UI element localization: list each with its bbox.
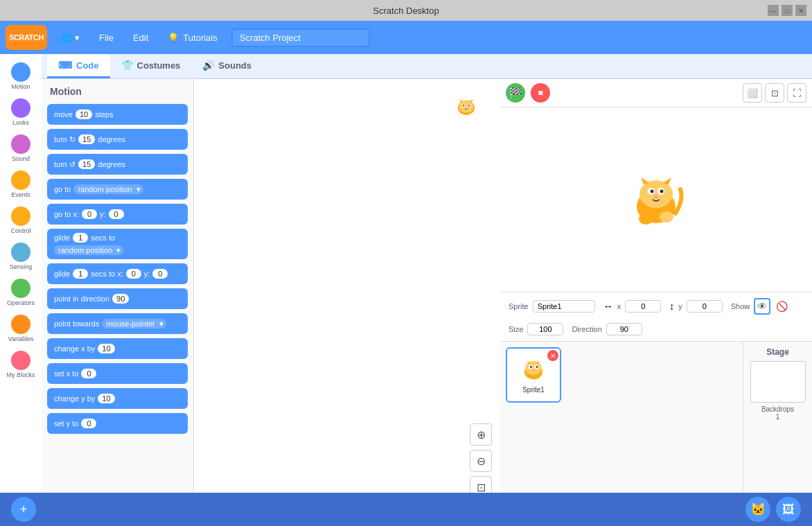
- script-area[interactable]: ⊕ ⊖ ⊡: [194, 79, 500, 526]
- direction-group: Direction: [572, 323, 642, 335]
- category-sensing-label: Sensing: [10, 263, 33, 270]
- category-looks-label: Looks: [12, 119, 29, 126]
- add-sprite-button[interactable]: 🐱: [745, 497, 770, 522]
- x-position-group: ↔ x: [603, 300, 662, 313]
- globe-arrow-icon: ▾: [75, 33, 80, 43]
- file-menu[interactable]: File: [94, 30, 119, 46]
- tab-code[interactable]: ⌨ Code: [47, 54, 110, 78]
- sprite-delete-button[interactable]: ✕: [547, 350, 558, 361]
- category-variables-label: Variables: [8, 335, 34, 342]
- zoom-in-button[interactable]: ⊕: [470, 423, 492, 446]
- show-buttons: 👁 🚫: [754, 298, 790, 315]
- block-change-y[interactable]: change y by 10: [47, 388, 188, 409]
- stage-view-large-button[interactable]: ⊡: [765, 83, 784, 103]
- sprite-name-input[interactable]: [533, 300, 595, 313]
- block-glide1[interactable]: glide 1 secs to random position: [47, 229, 188, 259]
- block-set-x[interactable]: set x to 0: [47, 363, 188, 384]
- blocks-list: move 10 steps turn ↻ 15 degrees turn ↺ 1…: [42, 101, 193, 526]
- sensing-dot: [11, 243, 30, 262]
- stage-view-full-button[interactable]: ⛶: [787, 83, 806, 103]
- titlebar-title: Scratch Desktop: [373, 6, 439, 16]
- block-glide2[interactable]: glide 1 secs to x: 0 y: 0: [47, 263, 188, 284]
- add-extension-button[interactable]: +: [11, 497, 36, 522]
- edit-menu[interactable]: Edit: [127, 30, 154, 46]
- category-sound[interactable]: Sound: [1, 132, 40, 165]
- block-point-direction[interactable]: point in direction 90: [47, 288, 188, 309]
- costumes-tab-icon: 👕: [121, 60, 133, 71]
- category-control[interactable]: Control: [1, 204, 40, 237]
- blocks-header: Motion: [42, 79, 193, 101]
- script-canvas: [194, 79, 500, 526]
- maximize-button[interactable]: □: [782, 5, 793, 16]
- stage-area: 🏁 ■ ⬜ ⊡ ⛶: [500, 79, 812, 526]
- stop-button[interactable]: ■: [531, 83, 550, 103]
- events-dot: [11, 170, 30, 190]
- looks-dot: [11, 98, 30, 118]
- svg-point-17: [639, 213, 653, 225]
- stage-header: 🏁 ■ ⬜ ⊡ ⛶: [500, 79, 812, 107]
- block-turn-ccw[interactable]: turn ↺ 15 degrees: [47, 154, 188, 175]
- stage-view-normal-button[interactable]: ⬜: [743, 83, 762, 103]
- block-move[interactable]: move 10 steps: [47, 104, 188, 125]
- categories-sidebar: Motion Looks Sound Events Control Sensin…: [0, 54, 42, 526]
- variables-dot: [11, 315, 30, 334]
- block-turn-cw[interactable]: turn ↻ 15 degrees: [47, 129, 188, 150]
- category-myblocks[interactable]: My Blocks: [1, 348, 40, 381]
- category-events-label: Events: [11, 191, 30, 198]
- minimize-button[interactable]: —: [768, 5, 779, 16]
- category-operators[interactable]: Operators: [1, 276, 40, 309]
- sprite-label: Sprite: [509, 302, 529, 310]
- add-backdrop-button[interactable]: 🖼: [776, 497, 801, 522]
- tutorials-icon: 💡: [168, 33, 179, 43]
- scratch-logo[interactable]: SCRATCH: [6, 25, 47, 50]
- blocks-panel: Motion move 10 steps turn ↻ 15 degrees t…: [42, 79, 194, 526]
- scratch-cat-svg: [615, 165, 698, 234]
- bottom-bar: + 🐱 🖼: [0, 493, 812, 526]
- block-set-y[interactable]: set y to 0: [47, 413, 188, 434]
- category-motion[interactable]: Motion: [1, 60, 40, 93]
- svg-point-14: [651, 190, 654, 193]
- add-extension-icon: +: [20, 502, 28, 517]
- zoom-out-button[interactable]: ⊖: [470, 450, 492, 472]
- size-input[interactable]: [527, 323, 563, 335]
- category-sensing[interactable]: Sensing: [1, 240, 40, 273]
- category-variables[interactable]: Variables: [1, 312, 40, 345]
- stage-full-icon: ⛶: [793, 88, 802, 98]
- tutorials-button[interactable]: 💡 Tutorials: [162, 30, 222, 46]
- stage-normal-icon: ⬜: [747, 88, 758, 98]
- show-hidden-button[interactable]: 🚫: [773, 298, 790, 315]
- stage-panel-thumbnail[interactable]: [750, 361, 806, 403]
- block-goto[interactable]: go to random position: [47, 179, 188, 200]
- stage-canvas: [500, 107, 812, 292]
- svg-point-5: [468, 105, 470, 106]
- category-events[interactable]: Events: [1, 168, 40, 201]
- globe-menu[interactable]: 🌐 ▾: [55, 30, 85, 46]
- stage-playback-controls: 🏁 ■: [506, 83, 550, 103]
- tutorials-label: Tutorials: [183, 33, 217, 43]
- y-input[interactable]: [687, 300, 723, 313]
- show-label: Show: [731, 302, 750, 310]
- category-looks[interactable]: Looks: [1, 96, 40, 129]
- category-control-label: Control: [10, 227, 30, 234]
- category-operators-label: Operators: [7, 299, 35, 306]
- sprite-card-sprite1[interactable]: ✕: [506, 347, 561, 403]
- stage-panel-label: Stage: [766, 347, 789, 357]
- titlebar: Scratch Desktop — □ ✕: [0, 0, 812, 21]
- svg-point-27: [532, 369, 535, 371]
- block-change-x[interactable]: change x by 10: [47, 338, 188, 359]
- block-point-towards[interactable]: point towards mouse-pointer: [47, 313, 188, 334]
- close-button[interactable]: ✕: [795, 5, 806, 16]
- size-label: Size: [509, 325, 523, 333]
- tab-sounds[interactable]: 🔊 Sounds: [191, 54, 263, 78]
- direction-input[interactable]: [606, 323, 642, 335]
- control-dot: [11, 207, 30, 226]
- project-name-input[interactable]: [231, 28, 370, 47]
- x-input[interactable]: [625, 300, 661, 313]
- globe-icon: 🌐: [61, 33, 72, 43]
- show-visible-button[interactable]: 👁: [754, 298, 770, 315]
- block-goto-xy[interactable]: go to x: 0 y: 0: [47, 204, 188, 225]
- script-cat-thumbnail: [453, 93, 479, 119]
- backdrop-icon: 🖼: [782, 502, 795, 517]
- green-flag-button[interactable]: 🏁: [506, 83, 525, 103]
- tab-costumes[interactable]: 👕 Costumes: [110, 54, 192, 78]
